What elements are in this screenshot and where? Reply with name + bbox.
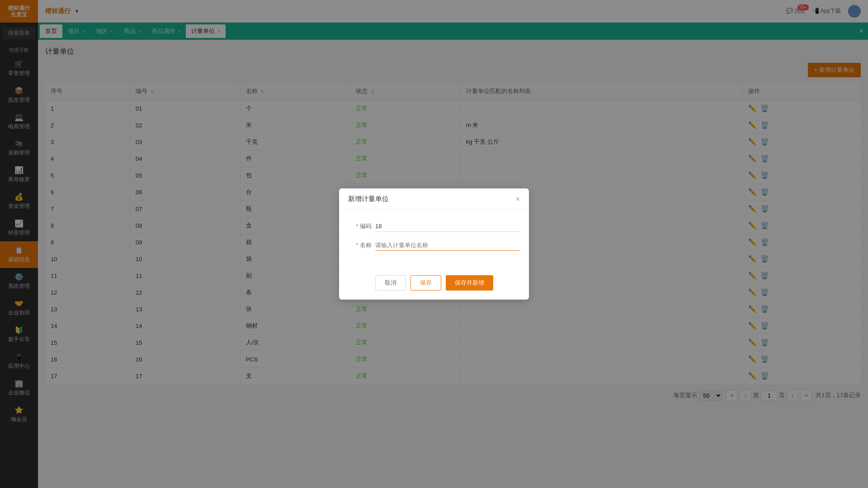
cancel-button[interactable]: 取消 [375, 275, 406, 291]
modal-close-button[interactable]: × [516, 195, 520, 203]
modal-footer: 取消 保存 保存并新增 [339, 270, 529, 300]
save-button[interactable]: 保存 [410, 275, 441, 291]
modal-body: 编码 名称 [339, 210, 529, 270]
name-label: 名称 [348, 241, 375, 249]
save-add-button[interactable]: 保存并新增 [446, 275, 493, 291]
code-label: 编码 [348, 222, 375, 230]
modal-overlay[interactable]: 新增计量单位 × 编码 名称 取消 保存 保存并新增 [0, 0, 868, 488]
code-input[interactable] [375, 221, 520, 232]
add-unit-modal: 新增计量单位 × 编码 名称 取消 保存 保存并新增 [339, 188, 529, 300]
name-form-item: 名称 [348, 240, 520, 251]
modal-title: 新增计量单位 [348, 195, 389, 203]
name-input[interactable] [375, 240, 520, 251]
code-form-item: 编码 [348, 221, 520, 232]
modal-header: 新增计量单位 × [339, 188, 529, 210]
